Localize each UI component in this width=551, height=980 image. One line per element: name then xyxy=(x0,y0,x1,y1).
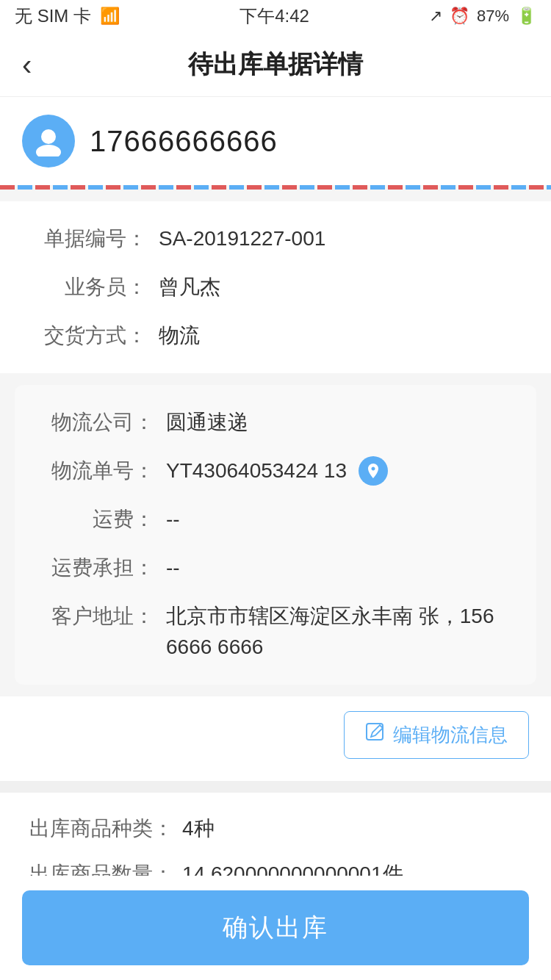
delivery-value: 物流 xyxy=(159,320,522,351)
nav-bar: ‹ 待出库单据详情 xyxy=(0,32,551,97)
salesman-row: 业务员： 曾凡杰 xyxy=(29,272,522,303)
goods-type-value: 4种 xyxy=(182,815,215,843)
section-divider xyxy=(0,781,551,793)
document-number-row: 单据编号： SA-20191227-001 xyxy=(29,223,522,254)
edit-logistics-label: 编辑物流信息 xyxy=(393,722,508,748)
freight-value: -- xyxy=(166,504,514,535)
battery-text: 87% xyxy=(477,7,509,26)
confirm-button-wrap: 确认出库 xyxy=(0,876,551,980)
back-button[interactable]: ‹ xyxy=(22,50,32,79)
tracking-row: 物流单号： YT43064053424 13 xyxy=(37,455,514,486)
freight-label: 运费： xyxy=(37,504,154,535)
goods-type-row: 出库商品种类： 4种 xyxy=(29,815,522,843)
salesman-label: 业务员： xyxy=(29,272,147,303)
status-time: 下午4:42 xyxy=(240,4,309,28)
document-number-label: 单据编号： xyxy=(29,223,147,254)
logistics-company-value: 圆通速递 xyxy=(166,407,514,438)
salesman-value: 曾凡杰 xyxy=(159,272,522,303)
status-right: ↗ ⏰ 87% 🔋 xyxy=(429,7,536,26)
address-row: 客户地址： 北京市市辖区海淀区永丰南 张，156 6666 6666 xyxy=(37,601,514,663)
dashed-divider xyxy=(0,185,551,190)
document-number-value: SA-20191227-001 xyxy=(159,223,522,254)
confirm-outbound-button[interactable]: 确认出库 xyxy=(22,890,529,965)
customer-phone: 17666666666 xyxy=(90,125,278,158)
wifi-icon: 📶 xyxy=(100,7,120,26)
location-icon: ↗ xyxy=(429,7,442,26)
status-bar: 无 SIM 卡 📶 下午4:42 ↗ ⏰ 87% 🔋 xyxy=(0,0,551,32)
freight-bear-row: 运费承担： -- xyxy=(37,552,514,583)
tracking-value: YT43064053424 13 xyxy=(166,455,514,486)
delivery-row: 交货方式： 物流 xyxy=(29,320,522,351)
logistics-card: 物流公司： 圆通速递 物流单号： YT43064053424 13 运费： --… xyxy=(15,385,536,685)
tracking-label: 物流单号： xyxy=(37,455,154,486)
battery-icon: 🔋 xyxy=(516,7,536,26)
document-info-section: 单据编号： SA-20191227-001 业务员： 曾凡杰 交货方式： 物流 xyxy=(0,201,551,373)
goods-type-label: 出库商品种类： xyxy=(29,815,176,843)
page-title: 待出库单据详情 xyxy=(188,48,363,82)
address-label: 客户地址： xyxy=(37,601,154,632)
edit-logistics-button[interactable]: 编辑物流信息 xyxy=(344,711,529,759)
freight-row: 运费： -- xyxy=(37,504,514,535)
edit-button-row: 编辑物流信息 xyxy=(0,696,551,781)
svg-point-1 xyxy=(36,145,61,156)
customer-header: 17666666666 xyxy=(0,97,551,185)
tracking-location-button[interactable] xyxy=(359,456,388,486)
delivery-label: 交货方式： xyxy=(29,320,147,351)
carrier-text: 无 SIM 卡 xyxy=(15,4,91,28)
status-left: 无 SIM 卡 📶 xyxy=(15,4,120,28)
logistics-company-row: 物流公司： 圆通速递 xyxy=(37,407,514,438)
address-value: 北京市市辖区海淀区永丰南 张，156 6666 6666 xyxy=(166,601,514,663)
freight-bear-label: 运费承担： xyxy=(37,552,154,583)
edit-icon xyxy=(365,722,386,748)
svg-point-0 xyxy=(41,129,56,144)
logistics-company-label: 物流公司： xyxy=(37,407,154,438)
avatar xyxy=(22,115,75,167)
alarm-icon: ⏰ xyxy=(450,7,469,26)
freight-bear-value: -- xyxy=(166,552,514,583)
